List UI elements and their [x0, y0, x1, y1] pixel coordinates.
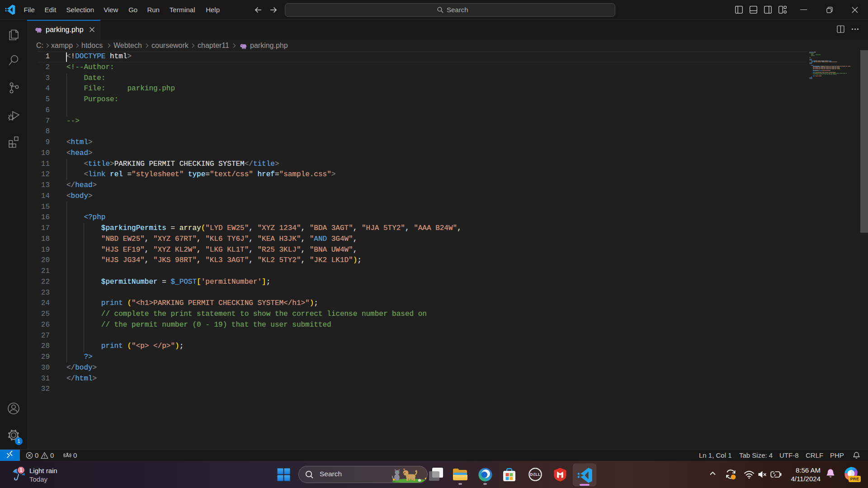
- svg-text:DℰLL: DℰLL: [530, 472, 541, 477]
